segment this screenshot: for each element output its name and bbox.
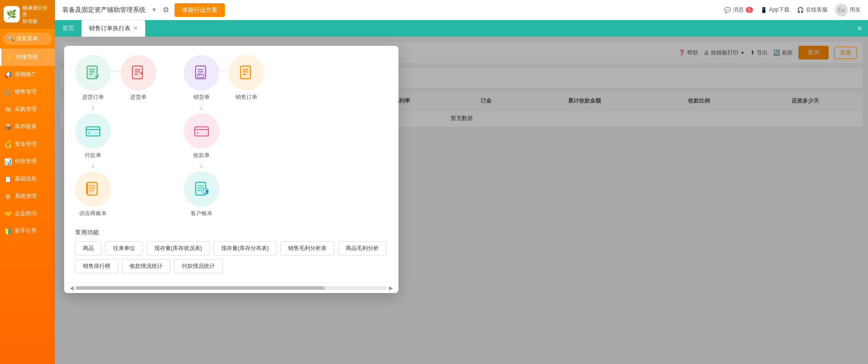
modal-overlay[interactable]: 进货订单 ↓ ¥ 付款单 ↓: [55, 37, 868, 364]
scrollbar-track[interactable]: [76, 286, 387, 290]
arrow-v-1: ↓: [91, 103, 95, 111]
customer-ledger-node-wrap: 👤 客户账本: [184, 171, 219, 217]
sidebar-item-purchase[interactable]: 🛍 采购管理: [0, 101, 55, 118]
tab-home-label: 首页: [62, 24, 74, 33]
settings-gear-icon[interactable]: ⚙: [163, 5, 169, 14]
purchase-order-node-wrap: 进货订单: [75, 55, 111, 101]
purchase-bill-node[interactable]: [120, 55, 156, 91]
customer-ledger-label: 客户账本: [191, 210, 213, 217]
sidebar-item-label: 企业协同: [15, 210, 37, 217]
app-download-label: App下载: [769, 6, 790, 14]
purchase-bill-node-wrap: 进货单: [120, 55, 156, 101]
quick-nav-icon: ⚡: [5, 53, 13, 61]
func-btn-stock-status[interactable]: 现存量(库存状况表): [147, 241, 210, 255]
purchase-order-node[interactable]: [75, 55, 111, 91]
sales-order-label: 销售订单: [235, 93, 257, 101]
system-title: 装备及固定资产辅助管理系统: [62, 6, 146, 14]
func-btn-product[interactable]: 商品: [75, 241, 102, 255]
func-btn-receipt-stats[interactable]: 收款情况统计: [122, 259, 170, 273]
message-btn[interactable]: 💬 消息 5: [724, 6, 753, 14]
avatar-text: Ea: [838, 7, 845, 13]
inventory-icon: 📦: [4, 123, 12, 131]
svg-text:¥: ¥: [196, 131, 199, 135]
func-btn-sales-profit[interactable]: 销售毛利分析表: [280, 241, 334, 255]
sidebar-item-label: 新手引导: [15, 227, 37, 235]
receipt-node-wrap: ¥ 收款单: [184, 113, 219, 159]
tab-bar-close-icon[interactable]: ✕: [857, 24, 863, 33]
header: 装备及固定资产辅助管理系统 ▼ ⚙ 体验行业方案 💬 消息 5 📱 App下载 …: [55, 0, 868, 20]
logo-line1: 畅康通好生意: [22, 5, 51, 18]
sidebar-item-marketing[interactable]: 📢 营销推广: [0, 66, 55, 83]
common-functions-title: 常用功能: [75, 228, 388, 237]
message-label: 消息: [733, 6, 744, 14]
arrow-h-wrap-1: · · · · →: [111, 55, 120, 74]
func-btn-product-profit[interactable]: 商品毛利分析: [338, 241, 387, 255]
newbie-icon: 🔰: [4, 227, 12, 235]
func-btn-payment-stats[interactable]: 付款情况统计: [174, 259, 223, 273]
system-icon: ⚙: [4, 192, 12, 201]
sidebar-item-sales[interactable]: 🛒 销售管理: [0, 83, 55, 101]
func-btn-stock-dist[interactable]: 现存量(库存分布表): [213, 241, 277, 255]
purchase-icon: 🛍: [4, 105, 12, 114]
sidebar-item-label: 营销推广: [15, 71, 37, 78]
flow-diagram: 进货订单 ↓ ¥ 付款单 ↓: [75, 55, 388, 217]
user-menu[interactable]: Ea 用友: [835, 4, 861, 16]
sidebar: 🌿 畅康通好生意 标准版 🔍 搜索菜单 ⚡ 快捷导航 📢 营销推广 🛒 销售管理…: [0, 0, 55, 364]
tab-close-icon[interactable]: ✕: [133, 25, 138, 32]
arrow-v-2: ↓: [91, 161, 95, 169]
avatar: Ea: [835, 4, 848, 16]
sidebar-item-operations[interactable]: 📊 经营管理: [0, 153, 55, 170]
app-download-btn[interactable]: 📱 App下载: [760, 6, 790, 14]
search-menu[interactable]: 🔍 搜索菜单: [3, 33, 52, 45]
modal-body: 进货订单 ↓ ¥ 付款单 ↓: [64, 46, 399, 283]
mobile-icon: 📱: [760, 7, 767, 13]
svg-rect-7: [87, 182, 97, 195]
enterprise-icon: 🤝: [4, 210, 12, 218]
sidebar-item-label: 销售管理: [15, 88, 37, 96]
receipt-label: 收款单: [193, 152, 210, 159]
sidebar-item-system[interactable]: ⚙ 系统管理: [0, 188, 55, 205]
scrollbar-thumb[interactable]: [76, 286, 325, 290]
dropdown-icon[interactable]: ▼: [151, 6, 157, 13]
func-btn-partner[interactable]: 往来单位: [105, 241, 143, 255]
sidebar-item-newbie[interactable]: 🔰 新手引导: [0, 223, 55, 240]
sidebar-item-label: 系统管理: [15, 192, 37, 200]
scroll-right-icon[interactable]: ▶: [389, 285, 393, 291]
tab-home[interactable]: 首页: [55, 20, 82, 37]
sales-order-node-wrap: 销售订单: [229, 55, 264, 101]
headset-icon: 🎧: [797, 7, 804, 13]
purchase-bill-label: 进货单: [130, 93, 147, 101]
function-buttons: 商品 往来单位 现存量(库存状况表) 现存量(库存分布表) 销售毛利分析表 商品…: [75, 241, 388, 255]
sales-bill-node[interactable]: [184, 55, 219, 91]
sidebar-item-enterprise[interactable]: 🤝 企业协同: [0, 205, 55, 223]
basic-info-icon: 📋: [4, 175, 12, 183]
search-label: 搜索菜单: [16, 35, 38, 43]
scroll-left-icon[interactable]: ◀: [70, 285, 74, 291]
sidebar-item-quick-nav[interactable]: ⚡ 快捷导航: [0, 49, 55, 66]
finance-icon: 💰: [4, 140, 12, 148]
message-badge: 5: [746, 7, 753, 13]
tab-bar: 首页 销售订单执行表 ✕ ✕: [55, 20, 868, 37]
supplier-ledger-node-wrap: 供应商账本: [75, 171, 111, 217]
func-btn-sales-rank[interactable]: 销售排行榜: [75, 259, 118, 273]
purchase-order-label: 进货订单: [82, 93, 104, 101]
sales-icon: 🛒: [4, 88, 12, 96]
sidebar-item-inventory[interactable]: 📦 库存核算: [0, 118, 55, 136]
svg-rect-11: [86, 183, 88, 194]
customer-ledger-node[interactable]: 👤: [184, 171, 219, 207]
tab-sales-order-label: 销售订单执行表: [89, 24, 131, 33]
supplier-ledger-node[interactable]: [75, 171, 111, 207]
payment-label: 付款单: [85, 152, 101, 159]
sidebar-item-finance[interactable]: 💰 资金管理: [0, 136, 55, 153]
payment-node[interactable]: ¥: [75, 113, 111, 149]
sidebar-item-label: 经营管理: [15, 158, 37, 165]
payment-node-wrap: ¥ 付款单: [75, 113, 111, 159]
online-service-btn[interactable]: 🎧 在线客服: [797, 6, 828, 14]
receipt-node[interactable]: ¥: [184, 113, 219, 149]
sidebar-item-basic-info[interactable]: 📋 基础信息: [0, 170, 55, 188]
experience-btn[interactable]: 体验行业方案: [175, 3, 225, 17]
sidebar-item-label: 资金管理: [15, 140, 37, 148]
tab-sales-order[interactable]: 销售订单执行表 ✕: [82, 20, 145, 37]
logo-icon: 🌿: [4, 6, 20, 22]
sales-order-node[interactable]: [229, 55, 264, 91]
